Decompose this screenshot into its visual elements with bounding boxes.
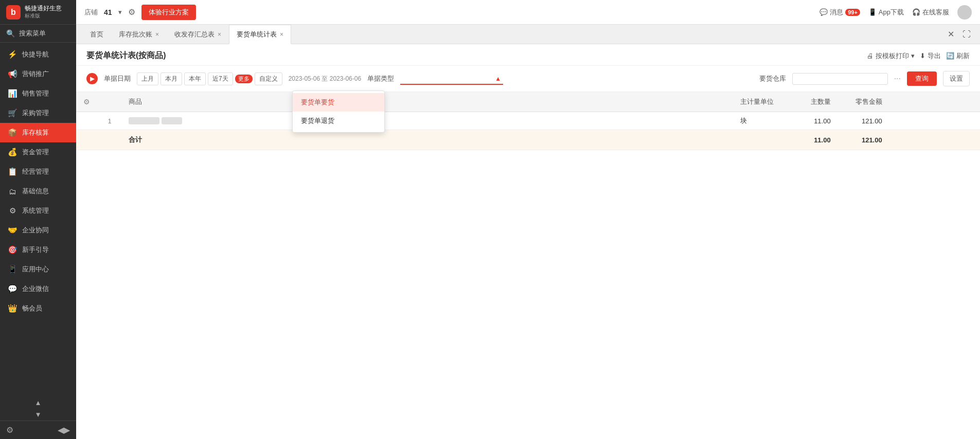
sidebar-item-label: 畅会员 bbox=[22, 304, 42, 313]
type-dropdown-menu: 要货单要货 要货单退货 bbox=[292, 90, 385, 133]
sidebar-item-label: 采购管理 bbox=[22, 108, 49, 118]
finance-icon: 💰 bbox=[8, 148, 17, 157]
sidebar-item-app-center[interactable]: 📱 应用中心 bbox=[0, 260, 76, 279]
sidebar-scroll-up[interactable]: ▲ bbox=[0, 397, 76, 409]
store-label: 店铺 bbox=[84, 8, 98, 17]
sidebar-item-label: 资金管理 bbox=[22, 148, 49, 157]
sidebar-item-finance[interactable]: 💰 资金管理 bbox=[0, 142, 76, 162]
sidebar-item-quick-nav[interactable]: ⚡ 快捷导航 bbox=[0, 45, 76, 64]
collapse-icon[interactable]: ◀▶ bbox=[58, 425, 70, 435]
date-label: 单据日期 bbox=[104, 74, 131, 83]
app-name: 畅捷通好生意 bbox=[25, 5, 62, 13]
col-num bbox=[97, 92, 122, 112]
total-label: 合计 bbox=[122, 130, 734, 150]
user-avatar[interactable] bbox=[957, 5, 972, 20]
close-all-btn[interactable]: ✕ bbox=[945, 28, 957, 40]
date-btn-last-month[interactable]: 上月 bbox=[137, 72, 158, 85]
total-label-text: 合计 bbox=[129, 136, 142, 143]
app-download-label: App下载 bbox=[879, 8, 904, 17]
app-download-icon: 📱 bbox=[868, 8, 877, 16]
print-btn[interactable]: 🖨 按模板打印 ▾ bbox=[867, 51, 915, 61]
tab-batch-account-close[interactable]: × bbox=[155, 31, 159, 38]
table-header-row: ⚙ 商品 主计量单位 主数量 零售金额 bbox=[76, 92, 980, 112]
sidebar-logo: b 畅捷通好生意 标准版 bbox=[0, 0, 76, 25]
more-filters-btn[interactable]: ··· bbox=[894, 74, 901, 83]
dropdown-item-order-goods-label: 要货单要货 bbox=[301, 98, 334, 106]
dropdown-item-order-return[interactable]: 要货单退货 bbox=[293, 112, 384, 130]
sidebar-item-label: 应用中心 bbox=[22, 265, 49, 274]
marketing-icon: 📢 bbox=[8, 69, 17, 79]
sidebar-item-marketing[interactable]: 📢 营销推广 bbox=[0, 64, 76, 84]
row-qty: 11.00 bbox=[786, 112, 837, 130]
refresh-icon: 🔄 bbox=[946, 52, 954, 60]
tab-batch-account-label: 库存批次账 bbox=[119, 30, 152, 39]
header-settings-icon[interactable]: ⚙ bbox=[128, 7, 135, 17]
filter-container: ▶ 单据日期 上月 本月 本年 近7天 更多 自定义 2023-05-06 至 … bbox=[76, 66, 980, 92]
sidebar-item-basic[interactable]: 🗂 基础信息 bbox=[0, 181, 76, 201]
search-menu[interactable]: 🔍 搜索菜单 bbox=[0, 25, 76, 43]
sidebar-item-label: 库存核算 bbox=[22, 128, 49, 137]
sidebar-item-member[interactable]: 👑 畅会员 bbox=[0, 299, 76, 318]
dropdown-item-order-return-label: 要货单退货 bbox=[301, 117, 334, 124]
main-area: 店铺 41 ▾ ⚙ 体验行业方案 💬 消息 99+ 📱 App下载 🎧 在线客服 bbox=[76, 0, 980, 439]
store-dropdown-arrow[interactable]: ▾ bbox=[118, 8, 122, 16]
logo-icon: b bbox=[6, 5, 21, 20]
sidebar-item-guide[interactable]: 🎯 新手引导 bbox=[0, 240, 76, 260]
export-icon: ⬇ bbox=[920, 52, 925, 60]
tab-home[interactable]: 首页 bbox=[82, 25, 111, 44]
page-title: 要货单统计表(按商品) bbox=[86, 50, 166, 61]
sidebar-item-purchase[interactable]: 🛒 采购管理 bbox=[0, 103, 76, 123]
total-settings bbox=[76, 130, 97, 150]
guide-icon: 🎯 bbox=[8, 245, 17, 254]
date-custom-btn[interactable]: 自定义 bbox=[255, 72, 282, 85]
tab-order-stats[interactable]: 要货单统计表 × bbox=[229, 25, 291, 44]
tab-order-stats-label: 要货单统计表 bbox=[237, 30, 277, 39]
tab-bar: 首页 库存批次账 × 收发存汇总表 × 要货单统计表 × ✕ ⛶ bbox=[76, 25, 980, 44]
tab-batch-account[interactable]: 库存批次账 × bbox=[111, 25, 167, 44]
messages-action[interactable]: 💬 消息 99+ bbox=[819, 8, 860, 17]
tab-collect-summary[interactable]: 收发存汇总表 × bbox=[167, 25, 229, 44]
expand-tabs-btn[interactable]: ⛶ bbox=[959, 28, 974, 40]
type-select-input[interactable] bbox=[400, 73, 503, 85]
export-btn[interactable]: ⬇ 导出 bbox=[920, 51, 941, 61]
date-btn-this-month[interactable]: 本月 bbox=[161, 72, 182, 85]
table-row: 1 块 11.00 121.00 bbox=[76, 112, 980, 130]
app-download-action[interactable]: 📱 App下载 bbox=[868, 8, 904, 17]
refresh-btn[interactable]: 🔄 刷新 bbox=[946, 51, 970, 61]
filter-settings-btn[interactable]: 设置 bbox=[943, 71, 970, 86]
sidebar-scroll-down[interactable]: ▼ bbox=[0, 409, 76, 420]
date-buttons: 上月 本月 本年 近7天 更多 自定义 bbox=[137, 72, 282, 85]
sidebar-item-operation[interactable]: 📋 经营管理 bbox=[0, 162, 76, 181]
search-icon: 🔍 bbox=[6, 29, 15, 38]
tab-collect-summary-close[interactable]: × bbox=[218, 31, 221, 38]
settings-icon[interactable]: ⚙ bbox=[6, 425, 13, 435]
sidebar-item-sales[interactable]: 📊 销售管理 bbox=[0, 84, 76, 103]
basic-icon: 🗂 bbox=[8, 187, 17, 196]
online-service-action[interactable]: 🎧 在线客服 bbox=[912, 8, 949, 17]
industry-btn[interactable]: 体验行业方案 bbox=[141, 5, 196, 20]
tab-order-stats-close[interactable]: × bbox=[280, 31, 283, 38]
sidebar-item-enterprise[interactable]: 🤝 企业协同 bbox=[0, 221, 76, 240]
sidebar-item-label: 系统管理 bbox=[22, 206, 49, 215]
dropdown-item-order-goods[interactable]: 要货单要货 bbox=[293, 93, 384, 112]
sidebar: b 畅捷通好生意 标准版 🔍 搜索菜单 ⚡ 快捷导航 📢 营销推广 📊 销售管理… bbox=[0, 0, 76, 439]
tab-collect-summary-label: 收发存汇总表 bbox=[174, 30, 215, 39]
col-extra bbox=[888, 92, 980, 112]
type-select-arrow[interactable]: ▲ bbox=[495, 75, 501, 82]
search-btn[interactable]: 查询 bbox=[907, 71, 937, 86]
enterprise-icon: 🤝 bbox=[8, 226, 17, 235]
export-btn-label: 导出 bbox=[928, 51, 941, 61]
date-more-badge[interactable]: 更多 bbox=[235, 75, 253, 83]
table-settings-icon[interactable]: ⚙ bbox=[83, 98, 90, 106]
sidebar-item-system[interactable]: ⚙ 系统管理 bbox=[0, 201, 76, 221]
sidebar-item-wechat-biz[interactable]: 💬 企业微信 bbox=[0, 279, 76, 299]
wechat-biz-icon: 💬 bbox=[8, 284, 17, 294]
filter-expand-btn[interactable]: ▶ bbox=[86, 73, 98, 84]
sidebar-item-label: 经营管理 bbox=[22, 167, 49, 176]
date-btn-this-year[interactable]: 本年 bbox=[184, 72, 206, 85]
system-icon: ⚙ bbox=[8, 206, 17, 215]
sidebar-item-inventory[interactable]: 📦 库存核算 bbox=[0, 123, 76, 142]
member-icon: 👑 bbox=[8, 304, 17, 313]
date-btn-7days[interactable]: 近7天 bbox=[208, 72, 233, 85]
warehouse-input[interactable] bbox=[792, 73, 888, 85]
